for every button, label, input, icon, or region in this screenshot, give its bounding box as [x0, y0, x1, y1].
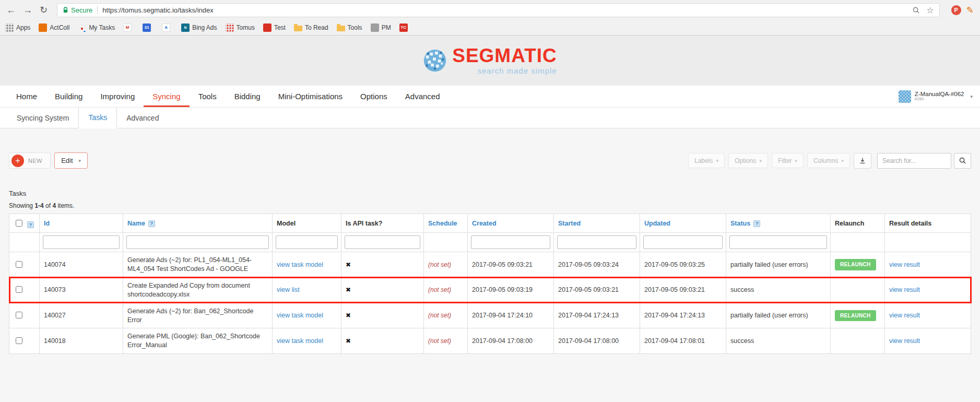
zoom-icon[interactable]: [912, 6, 920, 14]
bookmark-item[interactable]: Tomus: [226, 23, 255, 32]
relaunch-button[interactable]: RELAUNCH: [835, 310, 876, 322]
content: + NEW Edit ▾ Labels▾Options▾Filter▾Colum…: [0, 128, 980, 402]
bookmark-item[interactable]: M: [123, 23, 134, 32]
cell-model: view task model: [273, 252, 341, 278]
model-link[interactable]: view list: [277, 286, 300, 293]
filter-input-name[interactable]: [126, 235, 269, 249]
logo[interactable]: SEGMATIC search made simple: [423, 46, 557, 75]
column-label-id[interactable]: Id: [44, 220, 50, 227]
relaunch-button[interactable]: RELAUNCH: [835, 259, 876, 270]
bookmark-item[interactable]: ActColl: [39, 23, 69, 32]
column-label-schedule[interactable]: Schedule: [428, 220, 457, 227]
filter-input-status[interactable]: [729, 235, 827, 249]
column-label-created[interactable]: Created: [472, 220, 497, 227]
subnav-item-tasks[interactable]: Tasks: [78, 108, 117, 128]
extension-pencil-icon[interactable]: ✎: [966, 5, 974, 16]
cell-relaunch: RELAUNCH: [831, 252, 885, 278]
column-header-started: Started: [554, 214, 640, 233]
model-link[interactable]: view task model: [277, 337, 323, 345]
result-link[interactable]: view result: [889, 312, 920, 319]
help-icon[interactable]: ?: [148, 220, 155, 227]
row-checkbox[interactable]: [16, 261, 22, 268]
cell-created: 2017-09-05 09:03:19: [468, 277, 554, 303]
dropdown-labels-button[interactable]: Labels▾: [688, 153, 725, 168]
column-header-name: Name?: [123, 214, 273, 233]
tasks-table: ?IdName?ModelIs API task?ScheduleCreated…: [9, 214, 971, 354]
result-link[interactable]: view result: [889, 261, 920, 268]
cell-name: Generate PML (Google): Ban_062_Shortcode…: [123, 328, 273, 354]
reload-button[interactable]: ↻: [40, 4, 48, 16]
not-api-icon: ✖: [346, 261, 351, 268]
bookmark-label: ActColl: [50, 24, 69, 31]
new-button-label: NEW: [28, 158, 42, 164]
row-checkbox[interactable]: [16, 286, 22, 293]
nav-item-mini-optimisations[interactable]: Mini-Optimisations: [269, 86, 351, 107]
row-checkbox[interactable]: [16, 312, 22, 318]
subnav-item-syncing-system[interactable]: Syncing System: [7, 108, 78, 128]
column-label-started[interactable]: Started: [558, 220, 581, 227]
filter-input-started[interactable]: [557, 235, 636, 249]
user-menu[interactable]: Z-ManualQA-#062 #280 ▾: [899, 86, 973, 107]
new-button[interactable]: + NEW: [9, 152, 51, 169]
bookmark-item[interactable]: 31: [143, 23, 154, 32]
filter-cell-id: [40, 233, 123, 252]
not-api-icon: ✖: [346, 337, 351, 345]
cell-select: [9, 328, 40, 354]
chevron-down-icon: ▾: [795, 158, 798, 163]
filter-input-created[interactable]: [471, 235, 550, 249]
bookmark-star-icon[interactable]: ☆: [926, 5, 934, 15]
subnav-item-advanced[interactable]: Advanced: [117, 108, 168, 128]
edit-button[interactable]: Edit ▾: [54, 152, 88, 169]
filter-input-updated[interactable]: [643, 235, 723, 249]
search-button[interactable]: [954, 153, 971, 169]
column-label-updated[interactable]: Updated: [644, 220, 670, 227]
dropdown-options-button[interactable]: Options▾: [728, 153, 768, 168]
column-label-name[interactable]: Name: [127, 220, 145, 227]
forward-button[interactable]: →: [23, 5, 32, 16]
dropdown-columns-button[interactable]: Columns▾: [807, 153, 850, 168]
nav-item-advanced[interactable]: Advanced: [396, 86, 449, 107]
nav-item-home[interactable]: Home: [7, 86, 46, 107]
nav-item-tools[interactable]: Tools: [190, 86, 226, 107]
filter-cell-result: [885, 233, 971, 252]
download-button[interactable]: [854, 153, 871, 169]
cell-id: 140027: [40, 303, 123, 328]
select-all-checkbox[interactable]: [16, 220, 22, 227]
bookmark-item[interactable]: TC: [399, 23, 410, 32]
bookmark-item[interactable]: Test: [263, 23, 286, 32]
help-icon[interactable]: ?: [753, 220, 760, 227]
bookmark-item[interactable]: To Read: [294, 24, 328, 31]
result-link[interactable]: view result: [889, 337, 920, 345]
help-icon[interactable]: ?: [27, 221, 34, 228]
filter-input-id[interactable]: [43, 235, 120, 249]
model-link[interactable]: view task model: [277, 312, 323, 319]
bookmark-item[interactable]: bBing Ads: [181, 23, 217, 32]
filter-cell-model: [273, 233, 341, 252]
row-checkbox[interactable]: [16, 337, 22, 344]
bookmark-item[interactable]: My Tasks: [78, 23, 115, 32]
cell-name: Create Expanded Ad Copy from document sh…: [123, 277, 273, 303]
bookmark-item[interactable]: Tools: [337, 24, 362, 31]
bookmark-item[interactable]: PM: [371, 23, 391, 32]
nav-item-improving[interactable]: Improving: [91, 86, 144, 107]
nav-item-syncing[interactable]: Syncing: [144, 86, 189, 107]
bookmark-item[interactable]: A: [162, 23, 173, 32]
column-label-relaunch: Relaunch: [835, 220, 864, 227]
filter-input-api[interactable]: [345, 235, 420, 249]
nav-item-options[interactable]: Options: [351, 86, 396, 107]
address-bar[interactable]: Secure https://tomus.segmatic.io/tasks/i…: [57, 3, 940, 17]
column-label-status[interactable]: Status: [730, 220, 750, 227]
column-header-created: Created: [468, 214, 554, 233]
schedule-not-set: (not set): [428, 312, 451, 319]
bookmark-item[interactable]: Apps: [5, 23, 30, 32]
nav-item-bidding[interactable]: Bidding: [226, 86, 269, 107]
nav-item-building[interactable]: Building: [46, 86, 91, 107]
result-link[interactable]: view result: [889, 286, 920, 293]
model-link[interactable]: view task model: [277, 261, 323, 268]
search-input[interactable]: [877, 153, 951, 169]
back-button[interactable]: ←: [6, 5, 16, 16]
extension-p-icon[interactable]: P: [951, 5, 961, 15]
dropdown-filter-button[interactable]: Filter▾: [772, 153, 804, 168]
filter-input-model[interactable]: [276, 235, 338, 249]
dropdown-label: Columns: [813, 157, 838, 164]
